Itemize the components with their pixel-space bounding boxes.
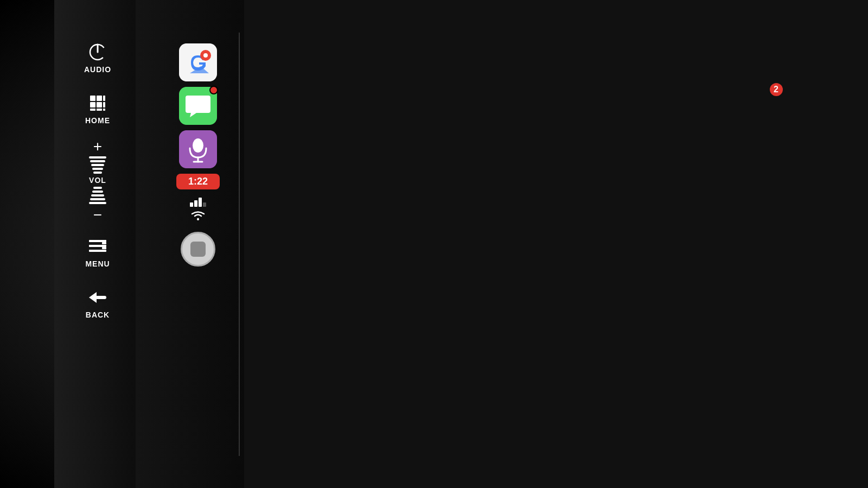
svg-rect-15 xyxy=(102,247,106,249)
sidebar-item-menu[interactable]: MENU xyxy=(65,227,130,278)
svg-rect-7 xyxy=(103,102,105,107)
vol-bar-l2 xyxy=(92,191,103,193)
main-background xyxy=(244,0,868,488)
svg-rect-12 xyxy=(89,245,106,247)
back-icon xyxy=(88,288,107,307)
vol-bar-2 xyxy=(92,168,103,170)
sidebar-item-vol[interactable]: + VOL − xyxy=(65,135,130,227)
svg-rect-17 xyxy=(95,296,106,299)
signal-area xyxy=(190,195,206,221)
vol-minus-button[interactable]: − xyxy=(93,207,102,223)
podcasts-small-icon xyxy=(179,130,217,168)
vol-bars-lower xyxy=(89,187,106,204)
google-maps-small-icon xyxy=(179,43,217,81)
svg-rect-9 xyxy=(97,109,102,111)
strip-app-podcasts[interactable] xyxy=(179,130,217,168)
svg-rect-2 xyxy=(90,96,95,101)
svg-rect-14 xyxy=(102,242,106,244)
svg-rect-4 xyxy=(103,96,105,101)
home-grid-icon xyxy=(88,93,107,113)
messages-small-badge xyxy=(209,86,218,94)
sig-bar-1 xyxy=(190,202,193,207)
back-label: BACK xyxy=(86,310,110,319)
power-icon xyxy=(88,42,107,62)
sidebar-divider xyxy=(239,33,240,456)
svg-rect-3 xyxy=(97,96,102,101)
home-button-inner xyxy=(190,242,206,257)
strip-app-google-maps[interactable] xyxy=(179,43,217,81)
vol-label: VOL xyxy=(89,176,106,185)
sig-bar-2 xyxy=(194,200,197,207)
sidebar-item-back[interactable]: BACK xyxy=(65,278,130,329)
sidebar: AUDIO HOME + VOL xyxy=(65,33,130,456)
sidebar-item-audio[interactable]: AUDIO xyxy=(65,33,130,84)
signal-bars xyxy=(190,195,206,207)
sidebar-item-home[interactable]: HOME xyxy=(65,84,130,135)
sig-bar-4 xyxy=(203,202,206,207)
svg-marker-16 xyxy=(89,292,97,303)
home-label: HOME xyxy=(85,116,110,125)
vol-bars xyxy=(89,156,106,174)
vol-bar-4 xyxy=(90,160,105,162)
sig-bar-3 xyxy=(199,198,202,207)
vol-bar-l3 xyxy=(91,194,104,197)
svg-rect-6 xyxy=(97,102,102,107)
vol-bar-5 xyxy=(89,156,106,159)
vol-bar-l1 xyxy=(93,187,102,189)
strip-app-messages[interactable] xyxy=(179,87,217,125)
svg-rect-11 xyxy=(89,240,106,242)
time-badge: 1:22 xyxy=(176,174,220,189)
home-button[interactable] xyxy=(181,232,215,267)
wifi-icon xyxy=(190,209,206,221)
vol-plus-button[interactable]: + xyxy=(93,139,102,154)
vol-bar-1 xyxy=(93,172,102,174)
svg-rect-13 xyxy=(89,250,106,252)
app-strip: 1:22 xyxy=(163,43,233,267)
menu-icon xyxy=(88,237,107,256)
svg-rect-8 xyxy=(90,109,95,111)
messages-badge: 2 xyxy=(768,81,784,98)
vol-bar-3 xyxy=(91,164,104,166)
svg-point-24 xyxy=(193,138,203,153)
svg-rect-18 xyxy=(179,43,217,81)
svg-point-20 xyxy=(203,53,208,58)
vol-bar-l5 xyxy=(89,202,106,204)
svg-rect-10 xyxy=(103,109,105,111)
svg-rect-5 xyxy=(90,102,95,107)
svg-point-27 xyxy=(197,218,199,220)
menu-label: MENU xyxy=(85,259,110,268)
vol-bar-l4 xyxy=(90,198,105,200)
audio-label: AUDIO xyxy=(84,65,111,74)
